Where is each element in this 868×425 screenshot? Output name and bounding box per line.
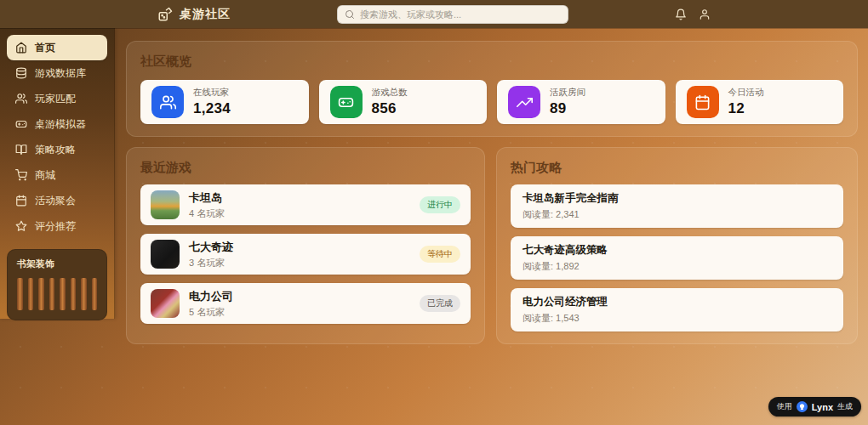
- sidebar-item-simulator[interactable]: 桌游模拟器: [7, 111, 107, 137]
- database-icon: [15, 67, 27, 79]
- status-badge: 进行中: [420, 196, 460, 213]
- stat-card-today-events[interactable]: 今日活动 12: [676, 80, 844, 124]
- guide-reads: 阅读量: 1,892: [523, 260, 831, 273]
- gamepad-icon: [15, 118, 27, 130]
- sidebar-item-ratings[interactable]: 评分推荐: [7, 213, 107, 239]
- sidebar-item-label: 桌游模拟器: [35, 117, 86, 132]
- sidebar-item-label: 玩家匹配: [35, 92, 76, 106]
- book-spine: [71, 278, 77, 310]
- star-icon: [15, 220, 27, 232]
- gamepad-icon: [330, 86, 363, 118]
- sidebar-item-player-match[interactable]: 玩家匹配: [7, 86, 107, 111]
- bookshelf-title: 书架装饰: [17, 258, 97, 270]
- game-row-7wonders[interactable]: 七大奇迹 3 名玩家 等待中: [140, 234, 471, 275]
- page-title: 桌游社区: [180, 7, 231, 22]
- badge-prefix: 使用: [777, 401, 792, 412]
- game-row-catan[interactable]: 卡坦岛 4 名玩家 进行中: [140, 184, 471, 225]
- lynx-generated-badge[interactable]: 使用 Lynx 生成: [768, 397, 861, 416]
- lynx-logo-icon: [797, 401, 808, 412]
- stat-card-total-games[interactable]: 游戏总数 856: [319, 80, 488, 124]
- game-name: 电力公司: [189, 289, 233, 304]
- game-players: 4 名玩家: [189, 207, 225, 220]
- guide-title: 卡坦岛新手完全指南: [523, 191, 831, 206]
- bookshelf-decoration: 书架装饰: [7, 249, 107, 320]
- main-content: 社区概览 在线玩家 1,234: [126, 41, 858, 344]
- recent-games-title: 最近游戏: [140, 160, 471, 176]
- book-icon: [15, 144, 27, 156]
- game-players: 3 名玩家: [189, 257, 233, 269]
- stat-label: 在线玩家: [193, 87, 231, 99]
- guide-row[interactable]: 卡坦岛新手完全指南 阅读量: 2,341: [511, 184, 843, 228]
- app-logo: 桌游社区: [157, 7, 231, 22]
- guide-row[interactable]: 七大奇迹高级策略 阅读量: 1,892: [511, 236, 843, 280]
- users-icon: [15, 93, 27, 105]
- dice-icon: [157, 7, 173, 22]
- sidebar-item-label: 游戏数据库: [35, 66, 86, 81]
- status-badge: 已完成: [420, 295, 460, 312]
- sidebar-item-events[interactable]: 活动聚会: [7, 188, 107, 213]
- sidebar-item-label: 策略攻略: [35, 143, 76, 157]
- game-row-powergrid[interactable]: 电力公司 5 名玩家 已完成: [140, 283, 471, 324]
- search-input[interactable]: [360, 9, 561, 20]
- game-name: 七大奇迹: [189, 240, 233, 255]
- stat-value: 1,234: [193, 100, 231, 117]
- cart-icon: [15, 169, 27, 181]
- book-spine: [38, 278, 44, 310]
- calendar-icon: [15, 195, 27, 207]
- sidebar-item-label: 首页: [35, 41, 55, 55]
- stat-value: 856: [372, 100, 408, 117]
- trending-up-icon: [508, 86, 540, 118]
- badge-suffix: 生成: [837, 401, 853, 412]
- stat-card-online-players[interactable]: 在线玩家 1,234: [140, 80, 309, 124]
- guide-row[interactable]: 电力公司经济管理 阅读量: 1,543: [511, 288, 843, 332]
- game-players: 5 名玩家: [189, 306, 233, 319]
- search-bar[interactable]: [337, 5, 568, 24]
- overview-title: 社区概览: [140, 54, 843, 70]
- stat-value: 12: [728, 100, 764, 117]
- calendar-icon: [687, 86, 719, 118]
- bell-icon[interactable]: [675, 8, 687, 20]
- badge-brand: Lynx: [812, 402, 833, 412]
- game-thumbnail: [151, 240, 180, 269]
- user-icon[interactable]: [699, 8, 711, 20]
- sidebar-item-strategy[interactable]: 策略攻略: [7, 137, 107, 162]
- stat-label: 活跃房间: [550, 87, 585, 99]
- book-spine: [60, 278, 66, 310]
- game-thumbnail: [151, 289, 180, 318]
- overview-section: 社区概览 在线玩家 1,234: [126, 41, 858, 137]
- guide-reads: 阅读量: 2,341: [523, 208, 831, 221]
- stat-value: 89: [550, 100, 585, 117]
- book-spine: [28, 278, 34, 310]
- stat-label: 游戏总数: [372, 87, 408, 99]
- status-badge: 等待中: [420, 246, 460, 263]
- stat-card-active-rooms[interactable]: 活跃房间 89: [497, 80, 665, 124]
- guide-title: 电力公司经济管理: [523, 295, 831, 309]
- sidebar-item-label: 商城: [35, 168, 55, 183]
- guide-reads: 阅读量: 1,543: [523, 312, 831, 325]
- recent-games-section: 最近游戏 卡坦岛 4 名玩家 进行中 七大奇迹 3 名玩家 等待: [126, 147, 485, 344]
- game-name: 卡坦岛: [189, 190, 225, 206]
- search-icon: [345, 9, 355, 20]
- sidebar: 首页 游戏数据库 玩家匹配 桌游模拟器 策略攻略 商城 活动聚: [0, 28, 115, 319]
- sidebar-item-home[interactable]: 首页: [7, 35, 107, 60]
- book-spines: [17, 278, 97, 310]
- hot-guides-section: 热门攻略 卡坦岛新手完全指南 阅读量: 2,341 七大奇迹高级策略 阅读量: …: [496, 147, 858, 344]
- book-spine: [92, 278, 98, 310]
- app-header: 桌游社区: [0, 0, 868, 28]
- game-thumbnail: [151, 190, 180, 219]
- sidebar-item-label: 活动聚会: [35, 194, 76, 208]
- users-icon: [151, 86, 184, 118]
- sidebar-item-shop[interactable]: 商城: [7, 162, 107, 188]
- stat-label: 今日活动: [728, 87, 764, 99]
- book-spine: [81, 278, 87, 310]
- sidebar-item-label: 评分推荐: [35, 219, 76, 234]
- book-spine: [49, 278, 55, 310]
- home-icon: [15, 42, 27, 54]
- guide-title: 七大奇迹高级策略: [523, 243, 831, 258]
- book-spine: [17, 278, 23, 310]
- hot-guides-title: 热门攻略: [511, 160, 843, 176]
- sidebar-item-game-database[interactable]: 游戏数据库: [7, 60, 107, 86]
